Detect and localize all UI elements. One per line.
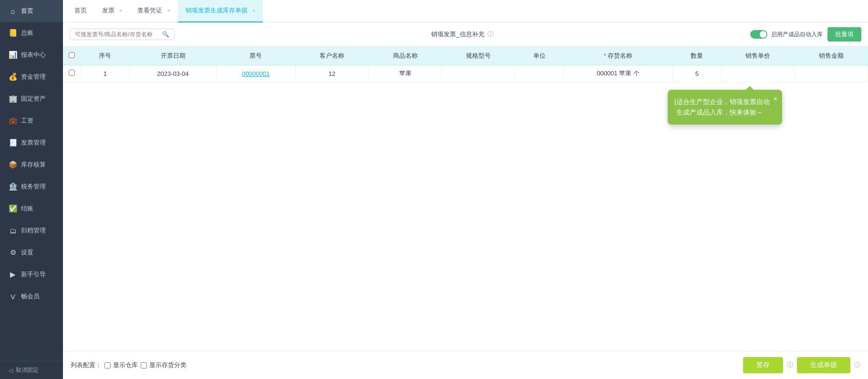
sidebar-item-archive[interactable]: 🗂 归档管理 [0,220,63,242]
table-row: 1 2023-03-04 00000001 12 苹果 000001 苹果 个 … [63,65,868,82]
sidebar-label-guide: 新手引导 [21,270,46,279]
row-unit-price [721,65,795,82]
auto-inbound-toggle[interactable] [750,30,767,39]
header-ticket: 票号 [217,47,295,65]
tab-home-label: 首页 [74,6,87,15]
sidebar-item-guide[interactable]: ▶ 新手引导 [0,263,63,285]
row-checkbox[interactable] [69,70,75,76]
tab-invoice[interactable]: 发票 × [94,0,130,22]
settlement-icon: ✅ [9,204,17,213]
data-table: 序号 开票日期 票号 客户名称 商品名称 规格型号 单位 存货名称 数量 销售单… [63,47,868,82]
tab-sales-receipt-close[interactable]: × [252,8,255,13]
tooltip-text: 适合生产型企业，销项发票自动生成产成品入库，快来体验～ [676,98,770,116]
header-amount: 销售金额 [795,47,868,65]
unpin-label: 取消固定 [16,366,39,374]
batch-fill-button[interactable]: 批量填 [827,27,861,42]
save-button[interactable]: 暂存 [743,357,783,373]
search-icon: 🔍 [162,31,169,38]
ticket-link[interactable]: 00000001 [242,70,270,77]
row-unit [515,65,564,82]
row-seq: 1 [81,65,130,82]
toggle-area: 启用产成品自动入库 [750,30,823,39]
invoice-icon: 🧾 [9,138,17,147]
row-spec [442,65,515,82]
save-info-icon[interactable]: ⓘ [787,361,793,369]
sidebar-label-asset: 固定资产 [21,95,46,103]
footer-config: 列表配置： 显示仓库 显示存货分类 [71,361,186,369]
row-customer: 12 [295,65,369,82]
sidebar-item-inventory[interactable]: 📦 库存核算 [0,154,63,176]
sidebar-item-fund[interactable]: 💰 资金管理 [0,66,63,88]
row-product: 苹果 [369,65,442,82]
tab-sales-receipt-label: 销项发票生成库存单据 [186,6,248,15]
show-category-label: 显示存货分类 [149,361,186,369]
show-warehouse-checkbox-label[interactable]: 显示仓库 [104,361,138,369]
row-ticket[interactable]: 00000001 [217,65,295,82]
toolbar: 🔍 销项发票_信息补充 ⓘ 启用产成品自动入库 批量填 [63,22,868,47]
sidebar-label-invoice: 发票管理 [21,138,46,147]
header-unit-price: 销售单价 [721,47,795,65]
header-date: 开票日期 [129,47,217,65]
sidebar-item-home[interactable]: ⌂ 首页 [0,0,63,22]
generate-button[interactable]: 生成单据 [797,357,850,373]
row-inventory[interactable]: 000001 苹果 个 [564,65,673,82]
show-warehouse-label: 显示仓库 [113,361,138,369]
tab-sales-receipt[interactable]: 销项发票生成库存单据 × [178,0,263,22]
fund-icon: 💰 [9,73,17,81]
show-warehouse-checkbox[interactable] [104,362,111,368]
settings-icon: ⚙ [9,248,17,257]
header-spec: 规格型号 [442,47,515,65]
vip-icon: V [9,293,17,301]
sidebar-item-invoice[interactable]: 🧾 发票管理 [0,132,63,154]
tax-icon: 🏦 [9,182,17,191]
tab-home[interactable]: 首页 [67,0,94,22]
header-seq: 序号 [81,47,130,65]
footer-actions: 暂存 ⓘ 生成单据 ⓘ [743,357,860,373]
tooltip-close-button[interactable]: × [774,94,777,104]
sidebar-label-settings: 设置 [21,248,33,257]
header-unit: 单位 [515,47,564,65]
config-label: 列表配置： [71,361,102,369]
header-inventory: 存货名称 [564,47,673,65]
tab-bar: 首页 发票 × 查看凭证 × 销项发票生成库存单据 × [63,0,868,22]
search-input[interactable] [75,31,159,38]
sidebar-item-vip[interactable]: V 畅会员 [0,285,63,307]
sidebar-label-inventory: 库存核算 [21,160,46,169]
sidebar-unpin[interactable]: ◁ 取消固定 [0,361,63,379]
sidebar-item-settings[interactable]: ⚙ 设置 [0,242,63,263]
show-category-checkbox-label[interactable]: 显示存货分类 [141,361,186,369]
search-box[interactable]: 🔍 [70,29,175,40]
select-all-checkbox[interactable] [69,52,75,58]
sidebar-label-settlement: 结账 [21,204,33,213]
main-area: 首页 发票 × 查看凭证 × 销项发票生成库存单据 × 🔍 销项发票_信息补充 … [63,0,868,379]
tab-invoice-close[interactable]: × [119,8,122,13]
row-checkbox-cell [63,65,81,82]
sidebar-item-settlement[interactable]: ✅ 结账 [0,198,63,220]
archive-icon: 🗂 [9,227,17,235]
tab-voucher-close[interactable]: × [167,8,170,13]
sidebar-item-payroll[interactable]: 💼 工资 [0,110,63,132]
sidebar-label-vip: 畅会员 [21,292,40,301]
toggle-label: 启用产成品自动入库 [771,31,823,39]
tab-voucher-label: 查看凭证 [137,6,162,15]
row-quantity: 5 [672,65,721,82]
payroll-icon: 💼 [9,116,17,125]
info-icon[interactable]: ⓘ [487,30,494,39]
show-category-checkbox[interactable] [141,362,147,368]
generate-info-icon[interactable]: ⓘ [854,361,860,369]
sidebar-label-ledger: 总账 [21,29,33,37]
home-icon: ⌂ [9,7,17,15]
sidebar-item-asset[interactable]: 🏢 固定资产 [0,88,63,110]
tab-voucher[interactable]: 查看凭证 × [130,0,177,22]
header-customer: 客户名称 [295,47,369,65]
toolbar-center: 销项发票_信息补充 ⓘ [179,30,745,39]
sidebar: ⌂ 首页 📒 总账 📊 报表中心 💰 资金管理 🏢 固定资产 💼 工资 🧾 发票… [0,0,63,379]
sidebar-item-report[interactable]: 📊 报表中心 [0,44,63,66]
content-area: 🔍 销项发票_信息补充 ⓘ 启用产成品自动入库 批量填 [63,22,868,379]
sidebar-label-fund: 资金管理 [21,73,46,81]
asset-icon: 🏢 [9,95,17,103]
header-product: 商品名称 [369,47,442,65]
table-container: 序号 开票日期 票号 客户名称 商品名称 规格型号 单位 存货名称 数量 销售单… [63,47,868,351]
sidebar-item-tax[interactable]: 🏦 税务管理 [0,176,63,198]
sidebar-item-ledger[interactable]: 📒 总账 [0,22,63,44]
